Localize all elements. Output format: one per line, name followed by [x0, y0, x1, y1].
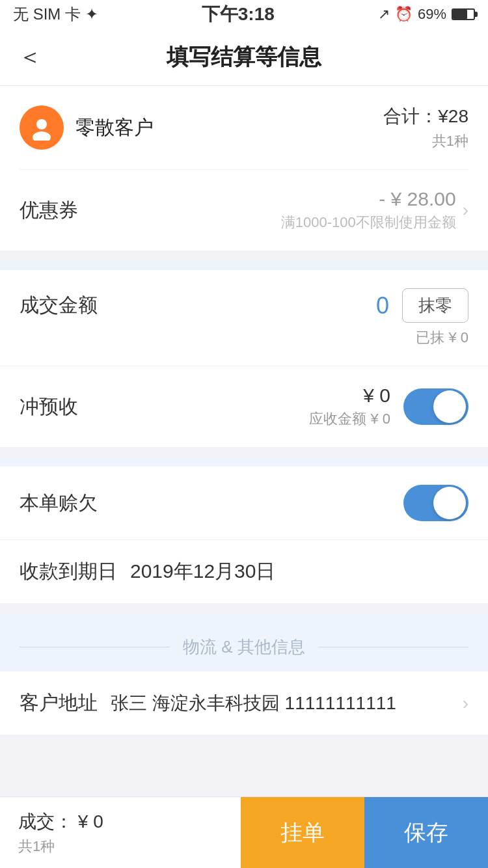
prepaid-sub: 应收金额 ¥ 0	[309, 409, 390, 429]
logistics-separator	[0, 614, 488, 623]
coupon-row[interactable]: 优惠券 - ¥ 28.00 满1000-100不限制使用金额 ›	[0, 170, 488, 251]
logistics-line-right	[318, 647, 468, 647]
customer-row[interactable]: 零散客户 合计：¥28 共1种	[0, 86, 488, 169]
svg-point-0	[36, 119, 47, 129]
coupon-right: - ¥ 28.00 满1000-100不限制使用金额 ›	[281, 188, 468, 232]
customer-name: 零散客户	[75, 115, 154, 141]
section-separator-1	[0, 261, 488, 270]
deal-label: 成交金额	[20, 292, 98, 319]
deal-right: 0 抹零	[376, 288, 468, 323]
prepaid-amount: ¥ 0	[309, 385, 390, 407]
content-area: 零散客户 合计：¥28 共1种 优惠券 - ¥ 28.00 满1000-100不…	[0, 86, 488, 868]
address-row[interactable]: 客户地址 张三 海淀永丰科技园 11111111111 ›	[0, 671, 488, 735]
customer-total: 合计：¥28 共1种	[383, 104, 468, 151]
logistics-title: 物流 & 其他信息	[183, 636, 305, 658]
status-time: 下午3:18	[202, 2, 275, 27]
deal-section: 成交金额 0 抹零 已抹 ¥ 0	[0, 270, 488, 366]
deal-row: 成交金额 0 抹零	[20, 288, 468, 323]
round-zero-button[interactable]: 抹零	[402, 288, 468, 323]
section-separator-2	[0, 457, 488, 467]
logistics-line-left	[20, 647, 170, 647]
debt-row: 本单赊欠	[0, 467, 488, 539]
total-amount: 合计：¥28	[383, 104, 468, 129]
customer-card: 零散客户 合计：¥28 共1种 优惠券 - ¥ 28.00 满1000-100不…	[0, 86, 488, 251]
prepaid-toggle[interactable]	[403, 388, 468, 425]
coupon-value-wrapper: - ¥ 28.00 满1000-100不限制使用金额	[281, 188, 456, 232]
location-icon: ↗	[378, 6, 390, 23]
bottom-bar: 成交： ¥ 0 共1种 挂单 保存	[0, 796, 488, 868]
due-date-label: 收款到期日	[20, 558, 117, 585]
save-button[interactable]: 保存	[364, 797, 488, 869]
prepaid-amount-wrapper: ¥ 0 应收金额 ¥ 0	[309, 385, 390, 429]
chevron-right-icon: ›	[463, 200, 468, 221]
debt-toggle[interactable]	[403, 485, 468, 521]
prepaid-row: 冲预收 ¥ 0 应收金额 ¥ 0	[0, 366, 488, 447]
bottom-deal-amount: 成交： ¥ 0	[18, 809, 223, 834]
deal-sub: 已抹 ¥ 0	[20, 328, 468, 347]
coupon-label: 优惠券	[20, 197, 78, 224]
nav-bar: ＜ 填写结算等信息	[0, 29, 488, 86]
address-chevron-icon: ›	[463, 693, 468, 714]
page-title: 填写结算等信息	[167, 42, 321, 72]
battery-icon	[452, 8, 475, 20]
deal-amount: 0	[376, 292, 389, 319]
debt-toggle-knob	[433, 487, 466, 519]
debt-card: 本单赊欠 收款到期日 2019年12月30日	[0, 467, 488, 603]
battery-text: 69%	[418, 6, 446, 23]
bottom-summary: 成交： ¥ 0 共1种	[0, 809, 241, 856]
deal-card: 成交金额 0 抹零 已抹 ¥ 0 冲预收 ¥ 0 应收金额 ¥ 0	[0, 270, 488, 447]
svg-point-1	[33, 131, 51, 141]
status-right: ↗ ⏰ 69%	[378, 6, 475, 23]
total-count: 共1种	[383, 131, 468, 151]
toggle-knob	[433, 390, 466, 423]
back-button[interactable]: ＜	[18, 41, 42, 73]
status-left: 无 SIM 卡 ✦	[13, 4, 98, 25]
coupon-value: - ¥ 28.00	[281, 188, 456, 210]
address-value: 张三 海淀永丰科技园 11111111111	[111, 691, 450, 716]
prepaid-label: 冲预收	[20, 394, 78, 420]
sim-signal: 无 SIM 卡 ✦	[13, 4, 98, 25]
coupon-sub: 满1000-100不限制使用金额	[281, 213, 456, 232]
status-bar: 无 SIM 卡 ✦ 下午3:18 ↗ ⏰ 69%	[0, 0, 488, 29]
alarm-icon: ⏰	[395, 6, 413, 23]
pending-button[interactable]: 挂单	[241, 797, 364, 869]
logistics-header: 物流 & 其他信息	[0, 623, 488, 671]
date-row: 收款到期日 2019年12月30日	[0, 539, 488, 603]
debt-label: 本单赊欠	[20, 490, 98, 517]
prepaid-right: ¥ 0 应收金额 ¥ 0	[309, 385, 468, 429]
address-label: 客户地址	[20, 690, 98, 716]
due-date-value: 2019年12月30日	[130, 558, 275, 585]
customer-left: 零散客户	[20, 105, 154, 150]
bottom-deal-count: 共1种	[18, 837, 223, 856]
customer-avatar	[20, 105, 64, 150]
